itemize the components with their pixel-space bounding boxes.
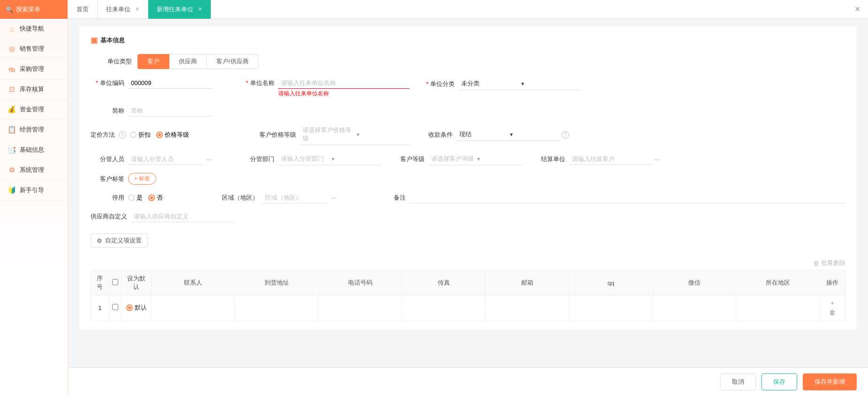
region-dots-button[interactable]: ··· [328,194,339,202]
form-row-7: 供应商自定义 [91,211,845,222]
supplier-custom-input[interactable] [131,211,234,222]
chevron-down-icon5: ▼ [476,156,519,162]
manager-input[interactable] [128,154,203,165]
row-wechat[interactable] [653,295,736,320]
region-label: 区域（地区） [222,194,262,202]
row-region[interactable] [736,295,820,320]
radio-yes[interactable]: 是 [128,194,143,202]
row-address[interactable] [235,295,319,320]
remark-input[interactable] [410,192,845,203]
sidebar-item-basic[interactable]: 📑 基础信息 [0,140,68,160]
short-name-label: 简称 [91,107,128,115]
settlement-dots-button[interactable]: ··· [652,155,663,163]
settlement-label: 结算单位 [532,155,569,163]
select-all-checkbox[interactable] [112,279,118,285]
address-input[interactable] [238,304,315,311]
sidebar-item-label: 销售管理 [20,45,44,53]
sidebar-item-guide[interactable]: 🔰 新手引导 [0,180,68,201]
unit-name-label: 单位名称 [241,79,278,87]
sidebar-item-sales[interactable]: ◎ 销售管理 [0,39,68,59]
sidebar-search[interactable]: 🔍 搜索菜单 [0,0,68,19]
field-region: 区域（地区） ··· [222,192,363,203]
form-row-4: 分管人员 ··· 分管部门 请输入分管部门 ▼ 客户等级 请选择客户等级 [91,153,845,165]
save-new-button[interactable]: 保存并新增 [803,373,857,390]
row-contact[interactable] [152,295,235,320]
payment-terms-value: 现结 [459,130,507,139]
settlement-input[interactable] [569,154,652,165]
sidebar-item-finance[interactable]: 💰 资金管理 [0,100,68,120]
type-btn-supplier[interactable]: 供应商 [169,54,207,69]
custom-settings-button[interactable]: ⚙ 自定义项设置 [91,233,148,248]
sidebar-item-inventory[interactable]: ⊡ 库存核算 [0,79,68,100]
unit-category-select[interactable]: 未分类 ▼ [458,78,580,90]
payment-terms-select[interactable]: 现结 ▼ [457,128,560,141]
sidebar-item-purchase[interactable]: 🛍 采购管理 [0,59,68,79]
finance-icon: 💰 [8,105,16,114]
row-phone[interactable] [319,295,402,320]
type-btn-customer[interactable]: 客户 [137,54,169,69]
sidebar-item-system[interactable]: ⚙ 系统管理 [0,160,68,180]
qq-input[interactable] [572,304,649,311]
fax-input[interactable] [405,304,482,311]
wechat-input[interactable] [655,304,733,311]
email-input[interactable] [488,304,566,311]
unit-name-input[interactable] [278,78,410,89]
department-select[interactable]: 请输入分管部门 ▼ [278,153,381,165]
radio-discount[interactable]: 折扣 [130,131,151,139]
unit-code-input[interactable] [128,78,213,89]
customer-level-select[interactable]: 请选择客户等级 ▼ [428,153,522,165]
department-label: 分管部门 [241,155,278,163]
chevron-down-icon: ▼ [520,81,578,86]
inventory-icon: ⊡ [8,85,16,93]
tab-partner[interactable]: 往来单位 ✕ [98,0,148,19]
row-region-input[interactable] [739,304,816,311]
chevron-down-icon3: ▼ [509,132,557,137]
tab-new-partner[interactable]: 新增往来单位 ✕ [148,0,211,19]
col-checkbox [109,271,121,295]
section-icon: ▣ [91,36,98,45]
cancel-button[interactable]: 取消 [720,373,756,390]
col-seq: 序号 [91,271,109,295]
type-btn-both[interactable]: 客户/供应商 [207,54,259,69]
home-icon: ⌂ [8,24,16,33]
window-close-button[interactable]: ✕ [847,0,868,19]
tab-partner-close[interactable]: ✕ [135,6,139,12]
col-contact: 联系人 [152,271,235,295]
row-actions: + 🗑 [820,295,845,320]
contact-input[interactable] [154,304,232,311]
add-row-button[interactable]: + [829,298,836,308]
unit-type-row: 单位类型 客户 供应商 客户/供应商 [91,54,845,69]
disabled-radio-group: 是 否 [128,194,163,202]
add-tag-button[interactable]: + 标签 [128,173,156,185]
gear-icon: ⚙ [97,237,102,244]
unit-type-label: 单位类型 [91,57,137,66]
manager-dots-button[interactable]: ··· [203,155,214,163]
row-email[interactable] [486,295,569,320]
customer-price-select[interactable]: 请选择客户价格等级 ▼ [300,124,410,145]
pricing-help-icon[interactable]: ? [119,131,126,139]
sidebar-item-label: 新手引导 [20,186,44,194]
short-name-input[interactable] [128,105,213,116]
tab-home[interactable]: 首页 [68,0,98,19]
sidebar-item-quick-nav[interactable]: ⌂ 快捷导航 [0,19,68,39]
phone-input[interactable] [321,304,399,311]
sidebar-item-operations[interactable]: 📋 经营管理 [0,120,68,140]
radio-price-level[interactable]: 价格等级 [156,131,189,139]
delete-row-button[interactable]: 🗑 [827,308,838,317]
field-remark: 备注 [372,192,845,203]
row-default-radio[interactable]: 默认 [124,303,149,312]
row-checkbox[interactable] [112,304,118,310]
tab-new-partner-close[interactable]: ✕ [198,6,202,12]
region-input[interactable] [262,192,328,203]
col-region: 所在地区 [736,271,820,295]
radio-yes-label: 是 [137,194,143,202]
table-row: 1 默认 [91,295,845,320]
row-qq[interactable] [569,295,653,320]
row-fax[interactable] [402,295,486,320]
batch-delete-button[interactable]: 🗑 批量删除 [813,259,845,267]
radio-no[interactable]: 否 [148,194,163,202]
save-button[interactable]: 保存 [761,373,797,390]
field-settlement: 结算单位 ··· [532,154,663,165]
radio-no-label: 否 [157,194,163,202]
payment-help-icon[interactable]: ? [562,131,569,139]
